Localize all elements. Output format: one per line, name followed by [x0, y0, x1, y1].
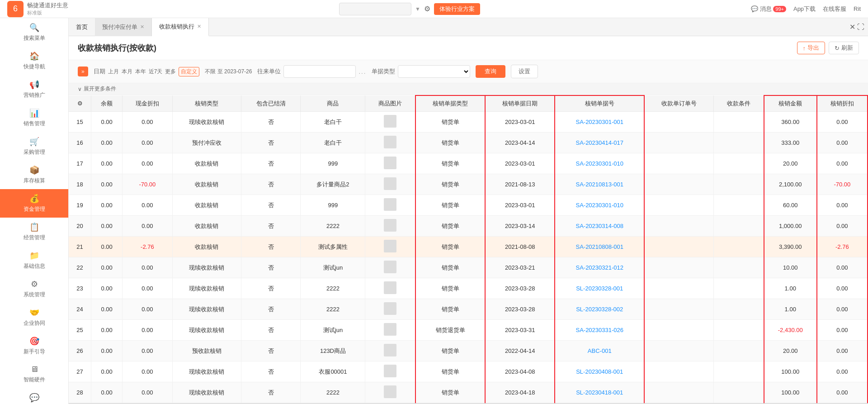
tab-expand-btn[interactable]: ⛶: [857, 23, 864, 31]
industry-btn[interactable]: 体验行业方案: [434, 3, 480, 15]
sidebar-item-finance[interactable]: 💰 资金管理: [0, 189, 68, 218]
bill-sn-link[interactable]: SA-20210808-001: [576, 243, 623, 250]
refresh-btn[interactable]: ↻ 刷新: [829, 42, 859, 54]
tab-collection[interactable]: 收款核销执行 ✕: [152, 18, 209, 36]
cell-bill-type: 销货单: [415, 361, 485, 382]
th-settings[interactable]: ⚙: [69, 95, 91, 112]
cell-include-settled: 否: [241, 361, 300, 382]
dropdown-arrow-icon[interactable]: ▼: [415, 6, 420, 12]
cell-product-img: [365, 341, 415, 361]
bill-sn-link[interactable]: SL-20230328-001: [576, 285, 623, 292]
tab-home[interactable]: 首页: [69, 18, 95, 36]
cell-receipt-order: [644, 133, 713, 153]
sidebar-item-sales[interactable]: 📊 销售管理: [0, 104, 68, 132]
user-name[interactable]: Rit: [854, 5, 861, 12]
bill-sn-link[interactable]: SA-20230321-012: [576, 264, 623, 271]
bill-sn-link[interactable]: SA-20230301-010: [576, 160, 623, 167]
tab-close-all-btn[interactable]: ✕: [849, 23, 855, 31]
cell-bill-date: 2023-03-01: [485, 153, 555, 174]
search-input[interactable]: [339, 3, 411, 15]
sidebar-item-newbie[interactable]: 🎯 新手引导: [0, 332, 68, 360]
filter-partner-dots: ...: [359, 68, 366, 75]
sidebar-item-purchase[interactable]: 🛒 采购管理: [0, 132, 68, 161]
tab-prepay-close-icon[interactable]: ✕: [140, 24, 144, 30]
filter-bill-type-select[interactable]: [398, 65, 470, 78]
bill-sn-link[interactable]: SL-20230408-001: [576, 368, 623, 375]
filter-date-custom[interactable]: 自定义: [179, 67, 199, 76]
filter-date-this-month[interactable]: 本月: [122, 68, 132, 76]
cell-cancel-amount: 1,000.00: [764, 216, 817, 237]
bill-sn-link[interactable]: SA-20230414-017: [576, 139, 623, 146]
query-btn[interactable]: 查询: [476, 65, 505, 78]
filter-date-this-year[interactable]: 本年: [135, 68, 146, 76]
filter-date-7days[interactable]: 近7天: [149, 68, 163, 76]
cell-cancel-type: 现续收款核销: [172, 257, 241, 278]
export-btn[interactable]: ↑ 导出: [797, 42, 826, 54]
cell-receipt-order: [644, 361, 713, 382]
filter-collapse-btn[interactable]: »: [78, 67, 88, 76]
sidebar-label-purchase: 采购管理: [24, 148, 45, 156]
header-actions: ↑ 导出 ↻ 刷新: [797, 42, 859, 54]
table-row: 26 0.00 0.00 预收款核销 否 123D商品 销货单 2022-04-…: [69, 341, 868, 361]
filter-date-more[interactable]: 更多: [165, 68, 176, 76]
bill-sn-link[interactable]: SL-20230328-002: [576, 306, 623, 313]
sidebar-item-enterprise[interactable]: 🤝 企业协同: [0, 303, 68, 332]
sidebar-label-search: 搜索菜单: [24, 34, 45, 42]
cell-cancel-discount: 0.00: [817, 112, 868, 133]
sidebar-item-quicknav[interactable]: 🏠 快捷导航: [0, 47, 68, 75]
cell-product-img: [365, 361, 415, 382]
sidebar-item-wechat[interactable]: 💬 企业微信: [0, 388, 68, 404]
cell-bill-type: 销货单: [415, 112, 485, 133]
th-bill-type: 核销单据类型: [415, 95, 485, 112]
online-service-link[interactable]: 在线客服: [823, 5, 846, 13]
cell-payment-terms: [713, 361, 764, 382]
cell-balance: 0.00: [91, 153, 123, 174]
cell-product: 2222: [301, 216, 365, 237]
cell-balance: 0.00: [91, 174, 123, 195]
bill-sn-link[interactable]: SA-20230301-010: [576, 202, 623, 209]
cell-product: 999: [301, 195, 365, 216]
sidebar-item-basic[interactable]: 📁 基础信息: [0, 246, 68, 275]
cell-product: 2222: [301, 278, 365, 299]
tab-prepay[interactable]: 预付冲应付单 ✕: [95, 18, 152, 36]
filter-partner-input[interactable]: [283, 65, 356, 78]
sidebar-item-operations[interactable]: 📋 经营管理: [0, 218, 68, 246]
th-product-img: 商品图片: [365, 95, 415, 112]
app-download-link[interactable]: App下载: [793, 5, 816, 13]
bill-sn-link[interactable]: ABC-001: [588, 347, 612, 354]
filter-bill-type-item: 单据类型: [372, 65, 470, 78]
cell-include-settled: 否: [241, 278, 300, 299]
cell-id: 26: [69, 341, 91, 361]
cell-cash-discount: -70.00: [123, 174, 173, 195]
cell-cancel-discount: 0.00: [817, 257, 868, 278]
cell-receipt-order: [644, 195, 713, 216]
message-area[interactable]: 💬 消息 99+: [751, 5, 786, 13]
sidebar-item-search[interactable]: 🔍 搜索菜单: [0, 18, 68, 47]
bill-sn-link[interactable]: SA-20210813-001: [576, 181, 623, 188]
sidebar-item-inventory[interactable]: 📦 库存核算: [0, 161, 68, 189]
cell-bill-sn: SA-20230321-012: [555, 257, 644, 278]
cell-payment-terms: [713, 153, 764, 174]
gear-icon[interactable]: ⚙: [424, 5, 430, 13]
cell-product: 老白干: [301, 112, 365, 133]
sidebar-item-marketing[interactable]: 📢 营销推广: [0, 75, 68, 104]
cell-cash-discount: 0.00: [123, 257, 173, 278]
cell-id: 23: [69, 278, 91, 299]
filter-date-last-month[interactable]: 上月: [108, 68, 119, 76]
cell-cancel-discount: 0.00: [817, 299, 868, 320]
expand-more-btn[interactable]: ∨ 展开更多条件: [78, 85, 116, 93]
cell-product-img: [365, 133, 415, 153]
cell-cancel-type: 收款核销: [172, 216, 241, 237]
cell-bill-type: 销货单: [415, 382, 485, 403]
settings-btn[interactable]: 设置: [511, 65, 538, 78]
cell-cancel-type: 现续收款核销: [172, 361, 241, 382]
bill-sn-link[interactable]: SA-20230314-008: [576, 223, 623, 229]
sidebar-item-system[interactable]: ⚙ 系统管理: [0, 275, 68, 303]
cell-cancel-amount: 360.00: [764, 112, 817, 133]
bill-sn-link[interactable]: SA-20230331-026: [576, 327, 623, 333]
bill-sn-link[interactable]: SA-20230301-001: [576, 119, 623, 125]
bill-sn-link[interactable]: SL-20230418-001: [576, 389, 623, 396]
hardware-icon: 🖥: [30, 365, 38, 374]
tab-collection-close-icon[interactable]: ✕: [197, 24, 201, 29]
sidebar-item-hardware[interactable]: 🖥 智能硬件: [0, 360, 68, 388]
